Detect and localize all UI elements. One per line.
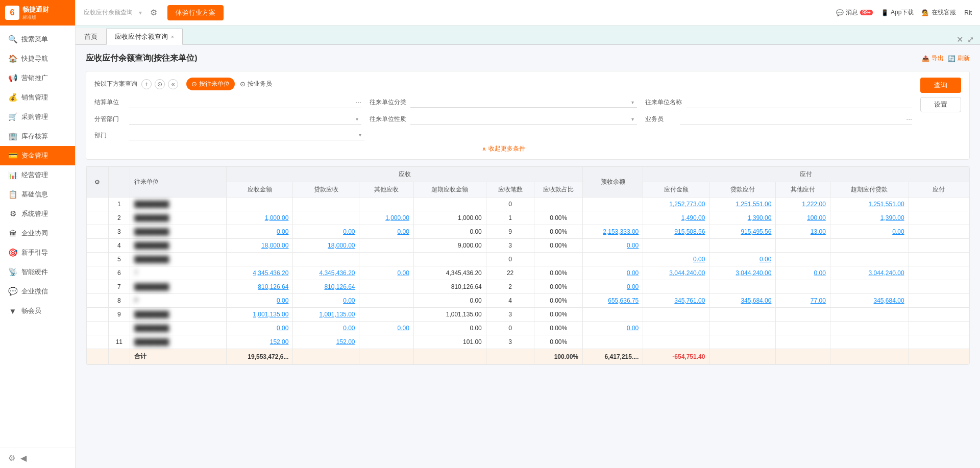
topbar-gear-icon[interactable]: ⚙	[150, 8, 157, 17]
tab-arbalance[interactable]: 应收应付余额查询 ×	[106, 29, 183, 45]
filter-collapse-button[interactable]: «	[168, 79, 178, 89]
table-cell[interactable]: 0.00	[293, 322, 359, 335]
sidebar-item-baseinfo[interactable]: 📋 基础信息	[0, 185, 75, 204]
table-cell[interactable]: 4,345,436.20	[293, 266, 359, 280]
table-cell[interactable]: 655,636.75	[583, 294, 643, 308]
table-cell[interactable]: 0.00	[293, 225, 359, 239]
table-cell[interactable]: 152.00	[227, 335, 293, 349]
subdept-select[interactable]: ▾	[129, 130, 364, 140]
topbar-user[interactable]: Rit	[964, 9, 972, 16]
table-cell[interactable]: 1,251,551.00	[709, 198, 776, 211]
unit-name-input[interactable]	[686, 96, 912, 108]
table-cell[interactable]: 1,390.00	[830, 211, 909, 225]
sidebar-item-operate[interactable]: 📊 经营管理	[0, 165, 75, 185]
sidebar-item-sales[interactable]: 💰 销售管理	[0, 88, 75, 107]
table-cell[interactable]: 0.00	[227, 294, 293, 308]
table-cell[interactable]: 0.00	[583, 239, 643, 253]
table-cell[interactable]: 1,490.00	[643, 211, 709, 225]
table-cell[interactable]: 0.00	[227, 322, 293, 335]
table-cell[interactable]: 345,761.00	[643, 294, 709, 308]
topbar-service[interactable]: 💁 在线客服	[922, 8, 956, 17]
sidebar-item-newbie[interactable]: 🎯 新手引导	[0, 243, 75, 262]
table-cell[interactable]: 18,000.00	[293, 239, 359, 253]
tab-close-icon[interactable]: ×	[171, 34, 174, 40]
table-cell[interactable]: 1,001,135.00	[227, 308, 293, 322]
table-cell[interactable]: 4,345,436.20	[227, 266, 293, 280]
tabbar-expand-icon[interactable]: ⤢	[967, 35, 974, 44]
table-cell[interactable]: 345,684.00	[709, 294, 776, 308]
table-cell[interactable]: 1,000.00	[227, 211, 293, 225]
salesperson-input[interactable]	[680, 113, 906, 125]
table-cell[interactable]: 18,000.00	[227, 239, 293, 253]
table-cell[interactable]: 0.00	[709, 253, 776, 266]
table-cell[interactable]: 0.00	[583, 322, 643, 335]
table-cell[interactable]: 1,390.00	[709, 211, 776, 225]
sidebar-item-inventory[interactable]: 🏢 库存核算	[0, 127, 75, 146]
filter-option-by-unit[interactable]: ⊙ 按往来单位	[186, 78, 235, 90]
table-cell[interactable]: 0.00	[643, 253, 709, 266]
sidebar-item-sysadmin[interactable]: ⚙ 系统管理	[0, 204, 75, 224]
refresh-button[interactable]: 🔄 刷新	[948, 54, 970, 63]
sidebar-item-quicknav[interactable]: 🏠 快捷导航	[0, 49, 75, 68]
table-cell[interactable]: 0.00	[359, 266, 413, 280]
sidebar-item-marketing[interactable]: 📢 营销推广	[0, 68, 75, 88]
sidebar-item-label: 搜索菜单	[21, 35, 48, 44]
filter-option-by-staff[interactable]: ⊙ 按业务员	[235, 78, 277, 90]
table-cell[interactable]: 0.00	[776, 266, 830, 280]
settlement-dots-icon[interactable]: ···	[356, 98, 362, 106]
table-cell[interactable]: 3,044,240.00	[709, 266, 776, 280]
table-cell[interactable]: 810,126.64	[293, 280, 359, 294]
table-cell[interactable]: 810,126.64	[227, 280, 293, 294]
salesperson-dots-icon[interactable]: ···	[906, 115, 912, 123]
sidebar-item-hardware[interactable]: 📡 智能硬件	[0, 262, 75, 282]
export-button[interactable]: 📤 导出	[922, 54, 944, 63]
query-button[interactable]: 查询	[920, 78, 961, 93]
table-cell[interactable]: 345,684.00	[830, 294, 909, 308]
table-cell[interactable]: 0.00	[359, 322, 413, 335]
tab-home[interactable]: 首页	[76, 28, 106, 44]
table-cell[interactable]: 0.00	[830, 225, 909, 239]
table-cell[interactable]: 13.00	[776, 225, 830, 239]
table-cell[interactable]: 3,044,240.00	[643, 266, 709, 280]
topbar-app-download[interactable]: 📱 App下载	[881, 8, 914, 17]
table-cell[interactable]: 1,251,551.00	[830, 198, 909, 211]
table-cell[interactable]: 1,252,773.00	[643, 198, 709, 211]
table-cell[interactable]: 915,508.56	[643, 225, 709, 239]
sidebar-item-corp[interactable]: 🏛 企业协同	[0, 224, 75, 243]
table-cell[interactable]: 1,000.00	[359, 211, 413, 225]
table-cell[interactable]: 0.00	[583, 266, 643, 280]
table-cell[interactable]: 1,222.00	[776, 198, 830, 211]
sidebar-item-purchase[interactable]: 🛒 采购管理	[0, 107, 75, 127]
sidebar-settings-icon[interactable]: ⚙	[8, 453, 15, 463]
table-settings-header[interactable]: ⚙	[87, 167, 109, 198]
table-cell[interactable]: 2,153,333.00	[583, 225, 643, 239]
table-cell[interactable]: 77.00	[776, 294, 830, 308]
sidebar-item-search[interactable]: 🔍 搜索菜单	[0, 30, 75, 49]
table-cell[interactable]: 915,495.56	[709, 225, 776, 239]
sidebar-item-capital[interactable]: 💳 资金管理	[0, 146, 75, 165]
filter-add-button[interactable]: +	[141, 79, 152, 89]
unit-nature-select[interactable]: ▾	[410, 114, 636, 125]
table-cell[interactable]: 152.00	[293, 335, 359, 349]
sidebar-collapse-icon[interactable]: ◀	[20, 453, 27, 463]
table-cell[interactable]: 3,044,240.00	[830, 266, 909, 280]
footer-settings-cell	[87, 349, 109, 364]
filter-collapse-more-button[interactable]: ∧ 收起更多条件	[94, 144, 912, 153]
table-cell[interactable]: 0.00	[359, 225, 413, 239]
tabbar-close-icon[interactable]: ✕	[957, 35, 963, 44]
baseinfo-icon: 📋	[8, 190, 17, 199]
dept-select[interactable]: ▾	[129, 114, 361, 125]
sidebar-item-member[interactable]: ▼ 畅会员	[0, 301, 75, 321]
table-cell[interactable]: 0.00	[583, 280, 643, 294]
settlement-input[interactable]	[129, 96, 356, 108]
table-cell[interactable]: 0.00	[293, 294, 359, 308]
unit-category-select[interactable]: ▾	[410, 97, 636, 108]
table-cell[interactable]: 0.00	[227, 225, 293, 239]
set-button[interactable]: 设置	[920, 97, 961, 112]
table-cell[interactable]: 1,001,135.00	[293, 308, 359, 322]
solution-button[interactable]: 体验行业方案	[167, 5, 224, 20]
sidebar-item-wechat[interactable]: 💬 企业微信	[0, 282, 75, 301]
filter-settings-button[interactable]: ⊙	[155, 79, 165, 89]
table-cell[interactable]: 100.00	[776, 211, 830, 225]
topbar-message[interactable]: 💬 消息 99+	[836, 8, 873, 17]
